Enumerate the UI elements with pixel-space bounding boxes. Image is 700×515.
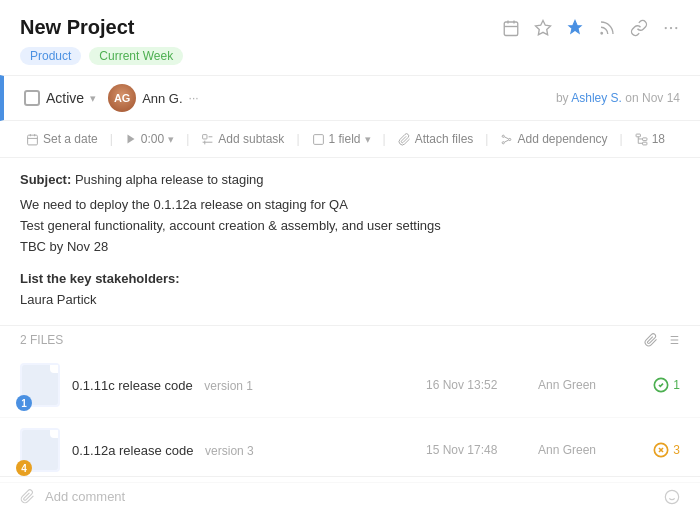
svg-point-5 [601, 32, 603, 34]
file-author-2: Ann Green [538, 443, 618, 457]
time-dropdown[interactable]: ▾ [168, 133, 174, 146]
file-name-2[interactable]: 0.1.12a release code [72, 443, 193, 458]
files-header: 2 FILES [0, 326, 700, 353]
emoji-icon[interactable] [664, 487, 680, 505]
files-section: 2 FILES 1 0.1.11c release code version 1… [0, 325, 700, 483]
svg-line-23 [505, 140, 509, 142]
add-dependency-button[interactable]: Add dependency [494, 129, 613, 149]
file-row: 1 0.1.11c release code version 1 16 Nov … [0, 353, 700, 418]
add-subtask-button[interactable]: Add subtask [195, 129, 290, 149]
file-author-1: Ann Green [538, 378, 618, 392]
status-label: Active [46, 90, 84, 106]
header: New Project [0, 0, 700, 47]
attach-files-label: Attach files [415, 132, 474, 146]
file-info-1: 0.1.11c release code version 1 [72, 378, 414, 393]
svg-point-7 [670, 27, 672, 29]
toolbar: Set a date | 0:00 ▾ | Add subtask | 1 fi… [0, 121, 700, 158]
svg-point-19 [503, 135, 505, 137]
tag-current-week[interactable]: Current Week [89, 47, 183, 65]
avatar: AG [108, 84, 136, 112]
sep6: | [620, 132, 623, 146]
page-title: New Project [20, 16, 134, 39]
field-dropdown[interactable]: ▾ [365, 133, 371, 146]
status-row: Active ▾ AG Ann G. ··· by Ashley S. on N… [0, 75, 700, 121]
svg-rect-18 [313, 134, 323, 144]
svg-marker-13 [127, 135, 134, 144]
svg-rect-26 [642, 142, 646, 145]
feed-icon[interactable] [598, 18, 616, 37]
set-date-button[interactable]: Set a date [20, 129, 104, 149]
sep1: | [110, 132, 113, 146]
link-icon[interactable] [630, 18, 648, 37]
pin-icon[interactable] [566, 18, 584, 37]
on-date: on Nov 14 [625, 91, 680, 105]
svg-point-21 [503, 141, 505, 143]
attach-icon[interactable] [644, 332, 658, 347]
list-icon[interactable] [666, 332, 680, 347]
tag-product[interactable]: Product [20, 47, 81, 65]
svg-point-6 [665, 27, 667, 29]
svg-point-20 [509, 138, 511, 140]
comment-attach-icon[interactable] [20, 487, 35, 505]
attach-files-button[interactable]: Attach files [392, 129, 480, 149]
tags-row: Product Current Week [0, 47, 700, 75]
file-badge-2: 4 [16, 460, 32, 476]
status-checkbox[interactable] [24, 90, 40, 106]
svg-marker-4 [536, 20, 551, 34]
svg-rect-0 [504, 22, 518, 36]
star-icon[interactable] [534, 18, 552, 37]
file-badge-1: 1 [16, 395, 32, 411]
stakeholder-name: Laura Partick [20, 292, 680, 307]
sep4: | [383, 132, 386, 146]
subject-label: Subject: [20, 172, 71, 187]
by-info: by Ashley S. on Nov 14 [556, 91, 680, 105]
file-status-count-1: 1 [673, 378, 680, 392]
content-area: Subject: Pushing alpha release to stagin… [0, 158, 700, 321]
file-info-2: 0.1.12a release code version 3 [72, 443, 414, 458]
file-status-2: 3 [630, 442, 680, 458]
svg-line-22 [505, 136, 509, 138]
add-subtask-label: Add subtask [218, 132, 284, 146]
svg-rect-24 [636, 134, 640, 137]
hierarchy-button[interactable]: 18 [629, 129, 671, 149]
calendar-icon[interactable] [502, 18, 520, 37]
svg-rect-14 [203, 134, 207, 138]
svg-rect-25 [642, 137, 646, 140]
time-label: 0:00 [141, 132, 164, 146]
status-dropdown-icon[interactable]: ▾ [90, 92, 96, 105]
svg-rect-9 [28, 135, 38, 145]
sep2: | [186, 132, 189, 146]
more-icon[interactable] [662, 18, 680, 37]
set-date-label: Set a date [43, 132, 98, 146]
file-version-2: version 3 [205, 444, 254, 458]
header-icons [502, 18, 680, 37]
file-version-1: version 1 [204, 379, 253, 393]
file-status-count-2: 3 [673, 443, 680, 457]
comment-input[interactable]: Add comment [45, 489, 654, 504]
file-icon-1: 1 [20, 363, 60, 407]
sep3: | [296, 132, 299, 146]
files-header-icons [644, 332, 680, 347]
field-button[interactable]: 1 field ▾ [306, 129, 377, 149]
by-text: by [556, 91, 569, 105]
svg-point-41 [665, 490, 678, 503]
file-icon-2: 4 [20, 428, 60, 472]
files-count-label: 2 FILES [20, 333, 63, 347]
assignee-name: Ann G. [142, 91, 182, 106]
status-badge[interactable]: Active ▾ [24, 90, 96, 106]
file-status-1: 1 [630, 377, 680, 393]
file-row-2: 4 0.1.12a release code version 3 15 Nov … [0, 418, 700, 483]
comment-bar: Add comment [0, 476, 700, 515]
section-title: List the key stakeholders: [20, 271, 680, 286]
time-tracker[interactable]: 0:00 ▾ [119, 129, 180, 149]
sep5: | [485, 132, 488, 146]
file-date-1: 16 Nov 13:52 [426, 378, 526, 392]
add-dependency-label: Add dependency [517, 132, 607, 146]
by-user[interactable]: Ashley S. [571, 91, 622, 105]
subject-line: Subject: Pushing alpha release to stagin… [20, 172, 680, 187]
subject-text: Pushing alpha release to staging [71, 172, 263, 187]
field-label: 1 field [329, 132, 361, 146]
file-date-2: 15 Nov 17:48 [426, 443, 526, 457]
assignee[interactable]: AG Ann G. ··· [108, 84, 198, 112]
file-name-1[interactable]: 0.1.11c release code [72, 378, 193, 393]
